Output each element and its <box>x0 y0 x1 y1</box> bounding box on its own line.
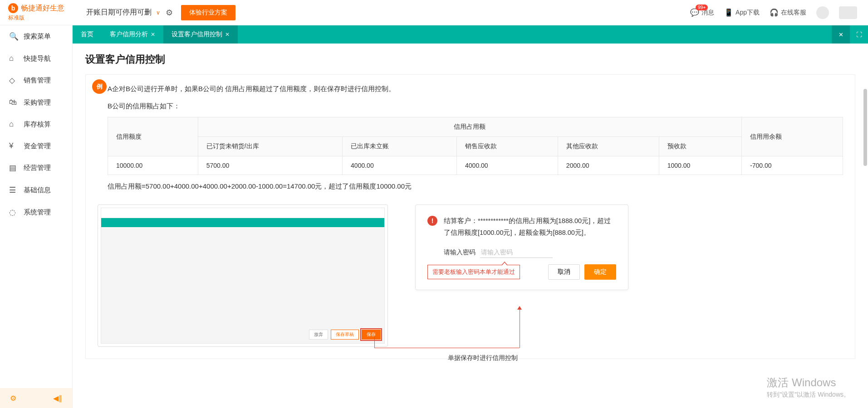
sidebar-item-search-menu[interactable]: 🔍搜索菜单 <box>0 25 72 48</box>
tab-home[interactable]: 首页 <box>73 25 102 44</box>
td-c5: 1000.00 <box>659 156 741 175</box>
tag-icon: ◇ <box>9 76 18 85</box>
example-badge: 例 <box>92 79 107 94</box>
gear-outline-icon: ◌ <box>9 208 18 217</box>
yen-icon: ¥ <box>9 141 18 151</box>
th-credit-limit: 信用额度 <box>108 117 198 156</box>
td-c3: 4000.00 <box>457 156 558 175</box>
th-c5: 预收款 <box>659 137 741 156</box>
sidebar-item-label: 基础信息 <box>24 186 51 194</box>
sidebar-item-label: 经营管理 <box>24 164 51 172</box>
sidebar-item-purchase[interactable]: 🛍采购管理 <box>0 92 72 113</box>
td-c2: 4000.00 <box>343 156 457 175</box>
app-download-link[interactable]: 📱 App下载 <box>724 8 760 17</box>
dialog-cancel-button[interactable]: 取消 <box>548 264 580 280</box>
list-icon: ☰ <box>9 185 18 195</box>
tab-credit-analysis[interactable]: 客户信用分析✕ <box>102 25 163 44</box>
th-credit-balance: 信用用余额 <box>742 117 843 156</box>
app-download-label: App下载 <box>736 9 760 17</box>
sidebar-item-fund[interactable]: ¥资金管理 <box>0 135 72 157</box>
page-content: 设置客户信用控制 例 A企对B公司进行开单时，如果B公司的 信用占用额超过了信用… <box>73 44 868 408</box>
settings-gear-icon[interactable]: ⚙ <box>166 8 173 18</box>
tab-label: 首页 <box>81 30 93 39</box>
warehouse-icon: ⌂ <box>9 120 18 129</box>
example-paragraph-1: A企对B公司进行开单时，如果B公司的 信用占用额超过了信用额度，则在保存时进行信… <box>108 83 843 95</box>
password-input[interactable] <box>480 247 553 258</box>
watermark-line1: 激活 Windows <box>767 375 850 390</box>
user-avatar[interactable] <box>816 6 829 19</box>
close-all-tabs-button[interactable]: ✕ <box>832 25 850 44</box>
fullscreen-button[interactable]: ⛶ <box>850 25 868 44</box>
close-icon[interactable]: ✕ <box>151 31 155 38</box>
td-limit: 10000.00 <box>108 156 198 175</box>
credit-warning-dialog: ! 结算客户：************的信用占用额为[1888.00元]，超过了… <box>415 204 628 290</box>
sidebar-item-system[interactable]: ◌系统管理 <box>0 201 72 223</box>
online-service-link[interactable]: 🎧 在线客服 <box>770 8 806 17</box>
mini-discard-button: 放弃 <box>309 330 328 340</box>
sidebar-item-operation[interactable]: ▤经营管理 <box>0 157 72 179</box>
watermark-line2: 转到"设置"以激活 Windows。 <box>767 391 850 399</box>
promo-button[interactable]: 体验行业方案 <box>181 5 235 20</box>
settings-icon[interactable]: ⚙ <box>10 394 16 403</box>
close-icon[interactable]: ✕ <box>225 31 230 38</box>
brand-logo-icon: b <box>8 3 18 13</box>
th-credit-used: 信用占用额 <box>198 117 741 137</box>
illustration-row: 放弃 保存草稿 保存 ! <box>98 204 843 347</box>
sidebar-footer: ⚙ ◀∥ <box>0 388 72 408</box>
example-paragraph-2: B公司的信用额占如下： <box>108 100 843 112</box>
dialog-ok-button[interactable]: 确定 <box>584 264 616 280</box>
tab-credit-control-settings[interactable]: 设置客户信用控制✕ <box>163 25 238 44</box>
dialog-msg-mask: ************ <box>478 217 509 224</box>
dialog-message: 结算客户：************的信用占用额为[1888.00元]，超过了信用… <box>444 215 616 238</box>
sidebar-item-quick-nav[interactable]: ⌂快捷导航 <box>0 48 72 69</box>
user-menu[interactable] <box>839 6 857 19</box>
messages-link[interactable]: 💬 消息 99+ <box>690 8 714 17</box>
sidebar-item-sales[interactable]: ◇销售管理 <box>0 69 72 92</box>
account-period-text: 开账日期可停用可删 <box>86 8 152 17</box>
sidebar-item-label: 系统管理 <box>24 208 51 217</box>
sidebar-item-basic[interactable]: ☰基础信息 <box>0 179 72 201</box>
chevron-down-icon: ∨ <box>156 10 160 16</box>
sidebar-item-label: 采购管理 <box>24 98 51 107</box>
password-label: 请输入密码 <box>444 248 476 257</box>
scrollbar-thumb[interactable] <box>863 89 867 166</box>
tab-label: 设置客户信用控制 <box>172 30 222 39</box>
connector-caption: 单据保存时进行信用控制 <box>448 354 518 362</box>
td-c4: 2000.00 <box>558 156 659 175</box>
credit-control-dialog-illustration: ! 结算客户：************的信用占用额为[1888.00元]，超过了… <box>415 204 628 290</box>
connector-line <box>374 336 375 348</box>
headset-icon: 🎧 <box>770 8 779 17</box>
bag-icon: 🛍 <box>9 98 18 107</box>
sidebar-item-label: 库存核算 <box>24 120 51 129</box>
search-icon: 🔍 <box>9 32 18 41</box>
password-hint-note: 需要老板输入密码本单才能通过 <box>427 265 520 279</box>
home-icon: ⌂ <box>9 54 18 63</box>
connector-line <box>520 309 520 348</box>
th-c4: 其他应收款 <box>558 137 659 156</box>
clipboard-icon: ▤ <box>9 163 18 173</box>
credit-table: 信用额度 信用占用额 信用用余额 已订货未销货/出库 已出库未立账 销售应收款 … <box>108 117 843 175</box>
brand-block: b 畅捷通好生意 标准版 <box>0 3 73 22</box>
sidebar-item-label: 销售管理 <box>24 76 51 85</box>
collapse-sidebar-icon[interactable]: ◀∥ <box>53 394 62 403</box>
help-content-pane: 例 A企对B公司进行开单时，如果B公司的 信用占用额超过了信用额度，则在保存时进… <box>85 74 855 359</box>
mini-save-button: 保存 <box>362 330 381 340</box>
th-c2: 已出库未立账 <box>343 137 457 156</box>
table-row: 10000.00 5700.00 4000.00 4000.00 2000.00… <box>108 156 843 175</box>
account-period-selector[interactable]: 开账日期可停用可删 ∨ <box>86 8 160 17</box>
order-form-illustration: 放弃 保存草稿 保存 <box>98 204 388 347</box>
sidebar-item-label: 快捷导航 <box>24 54 51 63</box>
online-service-label: 在线客服 <box>781 9 806 17</box>
tab-label: 客户信用分析 <box>110 30 148 39</box>
brand-edition: 标准版 <box>8 14 73 22</box>
top-bar: b 畅捷通好生意 标准版 开账日期可停用可删 ∨ ⚙ 体验行业方案 💬 消息 9… <box>0 0 868 25</box>
sidebar-item-label: 资金管理 <box>24 142 51 151</box>
sidebar-item-inventory[interactable]: ⌂库存核算 <box>0 113 72 135</box>
td-c1: 5700.00 <box>198 156 342 175</box>
tab-bar: 首页 客户信用分析✕ 设置客户信用控制✕ ✕ ⛶ <box>73 25 868 44</box>
sidebar-item-label: 搜索菜单 <box>24 32 51 41</box>
td-balance: -700.00 <box>742 156 843 175</box>
sidebar: 🔍搜索菜单 ⌂快捷导航 ◇销售管理 🛍采购管理 ⌂库存核算 ¥资金管理 ▤经营管… <box>0 25 73 408</box>
messages-badge: 99+ <box>696 5 708 10</box>
page-title: 设置客户信用控制 <box>85 53 855 66</box>
